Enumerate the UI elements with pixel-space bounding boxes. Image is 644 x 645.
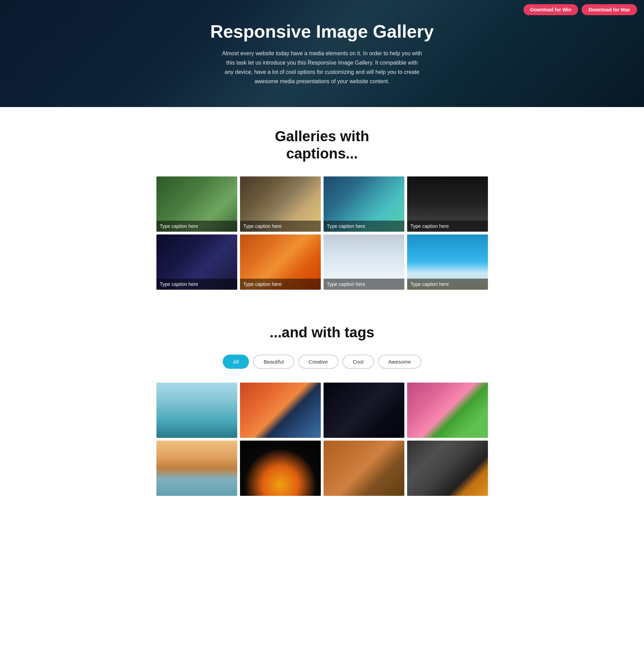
tag-filter-awesome[interactable]: Awesome [378, 355, 422, 369]
tagged-gallery-item[interactable] [407, 383, 488, 438]
tag-filter-cool[interactable]: Cool [343, 355, 374, 369]
gallery-item[interactable]: Type caption here [156, 176, 237, 232]
gallery-caption: Type caption here [156, 221, 237, 232]
tags-section: ...and with tags All Beautiful Creative … [150, 310, 495, 523]
gallery-caption: Type caption here [407, 221, 488, 232]
tags-section-title: ...and with tags [156, 324, 488, 341]
hero-buttons: Download for Win Download for Mac [523, 4, 637, 15]
gallery-caption: Type caption here [324, 221, 404, 232]
download-mac-button[interactable]: Download for Mac [581, 4, 637, 15]
tag-filter-bar: All Beautiful Creative Cool Awesome [156, 355, 488, 369]
tagged-gallery-grid [156, 383, 488, 496]
gallery-item[interactable]: Type caption here [324, 176, 404, 232]
tagged-gallery-item[interactable] [324, 441, 404, 496]
tag-filter-beautiful[interactable]: Beautiful [253, 355, 294, 369]
gallery-item[interactable]: Type caption here [240, 176, 321, 232]
gallery-caption: Type caption here [324, 279, 404, 290]
tag-filter-creative[interactable]: Creative [298, 355, 338, 369]
gallery-item[interactable]: Type caption here [240, 234, 321, 290]
gallery-item[interactable]: Type caption here [156, 234, 237, 290]
tagged-gallery-item[interactable] [407, 441, 488, 496]
hero-description: Almost every website today have a media … [222, 49, 422, 86]
gallery-caption: Type caption here [407, 279, 488, 290]
tagged-gallery-item[interactable] [324, 383, 404, 438]
tagged-gallery-item[interactable] [156, 383, 237, 438]
gallery-caption: Type caption here [240, 279, 321, 290]
hero-title: Responsive Image Gallery [210, 21, 434, 42]
gallery-item[interactable]: Type caption here [407, 176, 488, 232]
gallery-caption: Type caption here [240, 221, 321, 232]
tagged-gallery-item[interactable] [240, 441, 321, 496]
gallery-item[interactable]: Type caption here [324, 234, 404, 290]
gallery-caption: Type caption here [156, 279, 237, 290]
download-win-button[interactable]: Download for Win [523, 4, 578, 15]
captions-section: Galleries with captions... Type caption … [150, 107, 495, 310]
gallery-grid-captions: Type caption here Type caption here Type… [156, 176, 488, 290]
captions-section-title: Galleries with captions... [156, 128, 488, 163]
tagged-gallery-item[interactable] [156, 441, 237, 496]
tagged-gallery-item[interactable] [240, 383, 321, 438]
hero-section: Download for Win Download for Mac Respon… [0, 0, 644, 107]
tag-filter-all[interactable]: All [223, 355, 249, 369]
gallery-item[interactable]: Type caption here [407, 234, 488, 290]
